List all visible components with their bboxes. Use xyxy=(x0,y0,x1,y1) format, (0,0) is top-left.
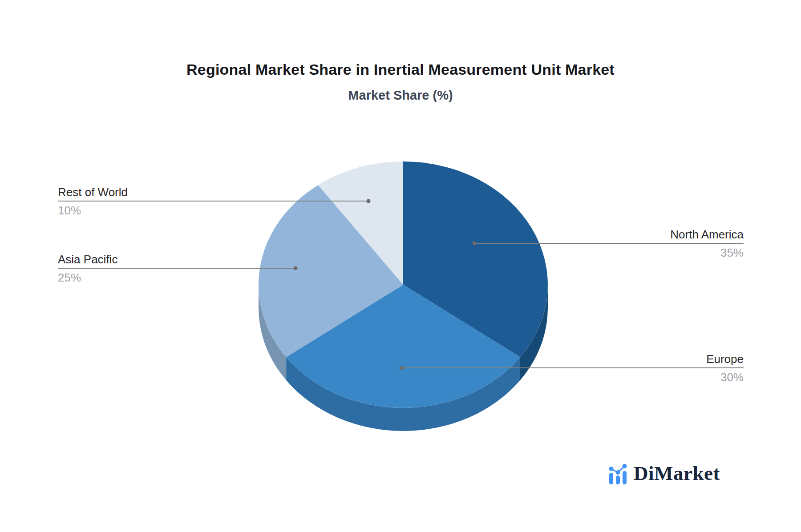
dimarket-logo: DiMarket xyxy=(608,462,720,485)
leader-dot-rest-of-world xyxy=(367,199,371,203)
leader-dot-asia-pacific xyxy=(294,266,298,270)
slice-label-asia-pacific: Asia Pacific 25% xyxy=(58,252,117,283)
slice-label-text: Europe xyxy=(706,352,744,366)
slice-label-text: Asia Pacific xyxy=(58,252,117,266)
leader-dot-europe xyxy=(400,366,404,370)
pie-chart xyxy=(0,0,801,532)
slice-value-text: 10% xyxy=(58,205,81,216)
pie-slices xyxy=(259,161,548,408)
slice-label-north-america: North America 35% xyxy=(670,227,744,258)
slice-value-text: 25% xyxy=(58,272,81,283)
slice-label-europe: Europe 30% xyxy=(706,352,744,383)
slice-label-text: Rest of World xyxy=(58,185,128,199)
slice-label-text: North America xyxy=(670,227,744,242)
leader-dot-north-america xyxy=(473,242,477,246)
slice-label-rest-of-world: Rest of World 10% xyxy=(58,185,128,216)
slice-value-text: 30% xyxy=(720,371,744,383)
dimarket-logo-text: DiMarket xyxy=(634,462,720,485)
slice-value-text: 35% xyxy=(720,247,744,258)
dimarket-logo-icon xyxy=(608,462,628,484)
